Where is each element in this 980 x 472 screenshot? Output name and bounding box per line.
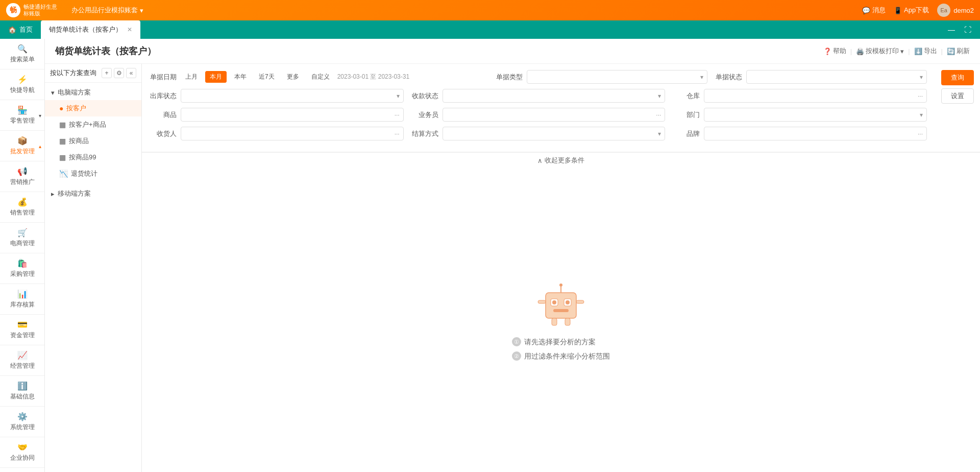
filter-field-settlement: 结算方式 ▾ (412, 127, 666, 140)
query-button[interactable]: 查询 (941, 70, 974, 85)
scheme-item-return-stats[interactable]: 📉 退货统计 (45, 166, 141, 182)
svg-rect-10 (552, 318, 557, 325)
scheme-item-by-customer-goods[interactable]: ▦ 按客户+商品 (45, 116, 141, 133)
tab-bar: 🏠 首页 销货单统计表（按客户） ✕ — ⛶ (0, 20, 980, 39)
shortcut-7days[interactable]: 近7天 (254, 71, 279, 83)
page-title: 销货单统计表（按客户） (55, 45, 823, 57)
scheme-group-desktop-header[interactable]: ▾ 电脑端方案 (45, 85, 141, 100)
scheme-settings-btn[interactable]: ⚙ (114, 68, 124, 78)
settlement-input[interactable] (443, 127, 666, 140)
scheme-collapse-btn[interactable]: « (126, 68, 136, 78)
shortcut-last-month[interactable]: 上月 (181, 71, 202, 83)
salesman-input[interactable] (443, 108, 666, 122)
date-label: 单据日期 (150, 73, 177, 82)
doc-status-input[interactable] (746, 70, 927, 84)
user-area[interactable]: Ea demo2 (937, 4, 974, 17)
filter-field-warehouse: 仓库 ··· (673, 89, 927, 103)
print-link[interactable]: 🖨️ 按模板打印 ▾ (856, 46, 904, 56)
chevron-right-icon: ▸ (51, 190, 55, 198)
page-title-actions: ❓ 帮助 | 🖨️ 按模板打印 ▾ | ⬇️ 导出 | 🔄 刷新 (823, 46, 970, 56)
app-download-btn[interactable]: 📱 App下载 (894, 6, 929, 15)
tab-close-btn[interactable]: ✕ (127, 26, 132, 33)
filter-row-2: 出库状态 ▾ 收款状态 ▾ (150, 89, 927, 103)
sidebar-item-marketing[interactable]: 📢 营销推广 (0, 161, 44, 192)
scheme-panel: 按以下方案查询 + ⚙ « ▾ 电脑端方案 ● 按客户 (45, 64, 142, 472)
filter-and-actions: 单据日期 上月 本月 本年 近7天 更多 自定义 2023-03-01 至 20… (142, 64, 980, 152)
sidebar-item-search[interactable]: 🔍 搜索菜单 (0, 39, 44, 69)
brand-input-wrap: ··· (704, 127, 927, 140)
shortcut-this-month[interactable]: 本月 (205, 71, 227, 83)
scheme-header-actions: + ⚙ « (102, 68, 136, 78)
payment-status-input[interactable] (443, 89, 666, 103)
brand-input[interactable] (704, 127, 927, 140)
settings-button[interactable]: 设置 (941, 88, 974, 104)
dept-input[interactable] (704, 108, 927, 122)
scheme-group-mobile-header[interactable]: ▸ 移动端方案 (45, 186, 141, 201)
sidebar-item-ecommerce[interactable]: 🛒 电商管理 (0, 223, 44, 253)
out-status-label: 出库状态 (150, 91, 177, 101)
user-circle-icon: ● (59, 104, 63, 112)
sidebar-item-newbie[interactable]: 🎯 新手引导 (0, 468, 44, 472)
doc-type-input[interactable] (527, 70, 707, 84)
dept-label: 部门 (673, 110, 700, 120)
tab-sales-stats[interactable]: 销货单统计表（按客户） ✕ (41, 20, 140, 39)
warehouse-input[interactable] (704, 89, 927, 103)
scheme-item-by-goods99[interactable]: ▦ 按商品99 (45, 149, 141, 166)
top-bar-right: 💬 消息 📱 App下载 Ea demo2 (862, 4, 974, 17)
sidebar-item-system[interactable]: ⚙️ 系统管理 (0, 407, 44, 437)
message-btn[interactable]: 💬 消息 (862, 6, 886, 15)
print-dropdown-icon: ▾ (900, 48, 904, 55)
goods-label: 商品 (150, 110, 177, 120)
help-link[interactable]: ❓ 帮助 (823, 46, 846, 56)
tab-maximize-btn[interactable]: ⛶ (962, 23, 974, 36)
top-bar: 畅 畅捷通好生意 标账版 办公用品行业模拟账套 ▾ 💬 消息 📱 App下载 E… (0, 0, 980, 20)
chevron-down-icon: ▾ (51, 89, 55, 97)
out-status-input-wrap: ▾ (181, 89, 404, 103)
sidebar-item-finance[interactable]: 💳 资金管理 (0, 315, 44, 345)
phone-icon: 📱 (894, 7, 902, 14)
shortcut-this-year[interactable]: 本年 (230, 71, 251, 83)
filter-field-payment-status: 收款状态 ▾ (412, 89, 666, 103)
sidebar-item-operation[interactable]: 📈 经营管理 (0, 345, 44, 376)
logo-icon: 畅 (6, 3, 20, 17)
shortcut-more[interactable]: 更多 (282, 71, 304, 83)
grid2-icon: ▦ (59, 153, 66, 161)
receiver-input[interactable] (181, 127, 404, 140)
filter-row-4: 收货人 ··· 结算方式 ▾ (150, 127, 927, 140)
scheme-header: 按以下方案查询 + ⚙ « (45, 64, 141, 83)
sidebar-item-wholesale[interactable]: 📦 批发管理 ▴ (0, 131, 44, 161)
settlement-input-wrap: ▾ (443, 127, 666, 140)
goods-input[interactable] (181, 108, 404, 122)
sidebar-item-enterprise[interactable]: 🤝 企业协同 (0, 437, 44, 468)
scheme-add-btn[interactable]: + (102, 68, 112, 78)
ellipsis-icon: ··· (918, 92, 923, 100)
sidebar-item-inventory[interactable]: 📊 库存核算 (0, 284, 44, 315)
receiver-input-wrap: ··· (181, 127, 404, 140)
sidebar-item-basic[interactable]: ℹ️ 基础信息 (0, 376, 44, 407)
main-layout: 🔍 搜索菜单 ⚡ 快捷导航 🏪 零售管理 ▾ 📦 批发管理 ▴ 📢 营销推广 💰… (0, 39, 980, 472)
tab-home[interactable]: 🏠 首页 (0, 20, 41, 39)
scheme-item-by-customer[interactable]: ● 按客户 (45, 100, 141, 116)
filter-area: 单据日期 上月 本月 本年 近7天 更多 自定义 2023-03-01 至 20… (142, 64, 980, 472)
collapse-row[interactable]: ∧ 收起更多条件 (142, 152, 980, 168)
scheme-item-by-goods[interactable]: ▦ 按商品 (45, 133, 141, 149)
sidebar-item-retail[interactable]: 🏪 零售管理 ▾ (0, 100, 44, 131)
filter-field-date: 单据日期 上月 本月 本年 近7天 更多 自定义 2023-03-01 至 20… (150, 71, 488, 83)
refresh-link[interactable]: 🔄 刷新 (947, 46, 970, 56)
sidebar-item-sales[interactable]: 💰 销售管理 (0, 192, 44, 223)
doc-status-input-wrap: ▾ (746, 70, 927, 84)
sidebar-item-purchase[interactable]: 🛍️ 采购管理 (0, 253, 44, 284)
out-status-input[interactable] (181, 89, 404, 103)
filter-field-doc-type: 单据类型 ▾ (496, 70, 707, 84)
store-icon: 🏪 (17, 105, 28, 115)
svg-point-3 (552, 300, 556, 304)
chart-bar-icon: ▦ (59, 121, 66, 129)
gear-icon: ⚙️ (17, 412, 28, 421)
industry-selector[interactable]: 办公用品行业模拟账套 ▾ (61, 6, 858, 15)
shortcut-custom[interactable]: 自定义 (307, 71, 334, 83)
empty-hint-2: ② 用过滤条件来缩小分析范围 (512, 349, 610, 363)
export-link[interactable]: ⬇️ 导出 (914, 46, 937, 56)
salesman-label: 业务员 (412, 110, 438, 120)
sidebar-item-shortcut[interactable]: ⚡ 快捷导航 (0, 69, 44, 100)
tab-minimize-btn[interactable]: — (945, 23, 958, 36)
